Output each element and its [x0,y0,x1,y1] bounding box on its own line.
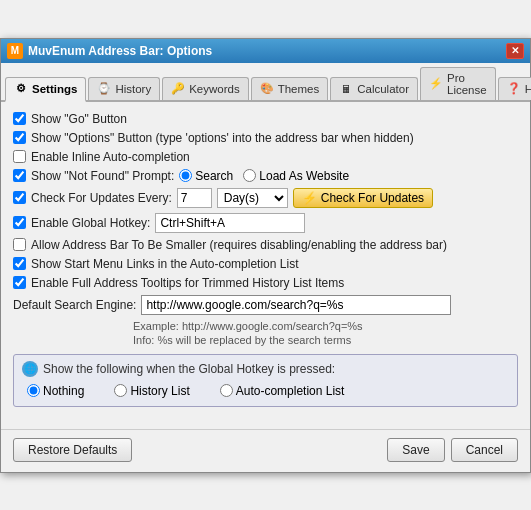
search-engine-info: Info: %s will be replaced by the search … [133,334,518,346]
show-options-row: Show "Options" Button (type 'options' in… [13,131,518,145]
search-engine-input[interactable] [141,295,451,315]
check-updates-row: Check For Updates Every: Day(s) Hour(s) … [13,188,518,208]
history-list-radio[interactable] [114,384,127,397]
enable-tooltips-label: Enable Full Address Tooltips for Trimmed… [31,276,344,290]
show-notfound-label: Show "Not Found" Prompt: [31,169,174,183]
tab-pro-license[interactable]: ⚡ Pro License [420,67,496,100]
search-engine-example: Example: http://www.google.com/search?q=… [133,320,518,332]
settings-tab-label: Settings [32,83,77,95]
load-as-website-radio[interactable] [243,169,256,182]
search-engine-row: Default Search Engine: [13,295,518,315]
allow-smaller-checkbox[interactable] [13,238,26,251]
tab-settings[interactable]: ⚙ Settings [5,77,86,102]
enable-inline-label: Enable Inline Auto-completion [31,150,190,164]
help-tab-label: Help [525,83,531,95]
save-button[interactable]: Save [387,438,444,462]
options-window: M MuvEnum Address Bar: Options ✕ ⚙ Setti… [0,38,531,473]
show-options-label: Show "Options" Button (type 'options' in… [31,131,414,145]
title-bar-left: M MuvEnum Address Bar: Options [7,43,212,59]
check-updates-label: Check For Updates Every: [31,191,172,205]
lightning-icon: ⚡ [302,191,317,205]
hotkey-group-title: 🌐 Show the following when the Global Hot… [22,361,509,377]
restore-defaults-button[interactable]: Restore Defaults [13,438,132,462]
check-updates-button-label: Check For Updates [321,191,424,205]
enable-hotkey-label: Enable Global Hotkey: [31,216,150,230]
help-tab-icon: ❓ [507,82,521,96]
search-radio-item: Search [179,169,233,183]
hotkey-radio-row: Nothing History List Auto-completion Lis… [22,384,509,398]
pro-license-tab-icon: ⚡ [429,77,443,91]
pro-license-tab-label: Pro License [447,72,487,96]
history-list-radio-label: History List [130,384,189,398]
search-radio[interactable] [179,169,192,182]
settings-content: Show "Go" Button Show "Options" Button (… [1,102,530,425]
settings-tab-icon: ⚙ [14,82,28,96]
hotkey-group-box: 🌐 Show the following when the Global Hot… [13,354,518,407]
themes-tab-label: Themes [278,83,320,95]
keywords-tab-icon: 🔑 [171,82,185,96]
enable-hotkey-row: Enable Global Hotkey: [13,213,518,233]
tab-keywords[interactable]: 🔑 Keywords [162,77,249,100]
tab-history[interactable]: ⌚ History [88,77,160,100]
show-options-checkbox[interactable] [13,131,26,144]
footer-right-buttons: Save Cancel [387,438,518,462]
hotkey-group-icon: 🌐 [22,361,38,377]
hotkey-input[interactable] [155,213,305,233]
show-go-label: Show "Go" Button [31,112,127,126]
allow-smaller-label: Allow Address Bar To Be Smaller (require… [31,238,447,252]
themes-tab-icon: 🎨 [260,82,274,96]
nothing-radio-label: Nothing [43,384,84,398]
update-interval-input[interactable] [177,188,212,208]
nothing-radio[interactable] [27,384,40,397]
title-bar: M MuvEnum Address Bar: Options ✕ [1,39,530,63]
show-notfound-row: Show "Not Found" Prompt: Search Load As … [13,169,518,183]
nothing-radio-item: Nothing [27,384,84,398]
close-button[interactable]: ✕ [506,43,524,59]
allow-smaller-row: Allow Address Bar To Be Smaller (require… [13,238,518,252]
history-list-radio-item: History List [114,384,189,398]
enable-inline-checkbox[interactable] [13,150,26,163]
show-start-menu-checkbox[interactable] [13,257,26,270]
check-updates-button[interactable]: ⚡ Check For Updates [293,188,433,208]
load-as-website-radio-item: Load As Website [243,169,349,183]
show-go-row: Show "Go" Button [13,112,518,126]
autocompletion-list-radio-label: Auto-completion List [236,384,345,398]
history-tab-icon: ⌚ [97,82,111,96]
cancel-button[interactable]: Cancel [451,438,518,462]
show-start-menu-label: Show Start Menu Links in the Auto-comple… [31,257,298,271]
update-interval-select[interactable]: Day(s) Hour(s) Week(s) [217,188,288,208]
autocompletion-list-radio-item: Auto-completion List [220,384,345,398]
notfound-radio-group: Search Load As Website [179,169,349,183]
show-start-menu-row: Show Start Menu Links in the Auto-comple… [13,257,518,271]
tab-themes[interactable]: 🎨 Themes [251,77,329,100]
calculator-tab-label: Calculator [357,83,409,95]
window-title: MuvEnum Address Bar: Options [28,44,212,58]
autocompletion-list-radio[interactable] [220,384,233,397]
footer: Restore Defaults Save Cancel [1,429,530,472]
enable-tooltips-row: Enable Full Address Tooltips for Trimmed… [13,276,518,290]
show-go-checkbox[interactable] [13,112,26,125]
tab-bar: ⚙ Settings ⌚ History 🔑 Keywords 🎨 Themes… [1,63,530,102]
check-updates-checkbox[interactable] [13,191,26,204]
calculator-tab-icon: 🖩 [339,82,353,96]
tab-calculator[interactable]: 🖩 Calculator [330,77,418,100]
search-radio-label: Search [195,169,233,183]
load-as-website-radio-label: Load As Website [259,169,349,183]
history-tab-label: History [115,83,151,95]
tab-help[interactable]: ❓ Help [498,77,531,100]
enable-hotkey-checkbox[interactable] [13,216,26,229]
keywords-tab-label: Keywords [189,83,240,95]
enable-tooltips-checkbox[interactable] [13,276,26,289]
enable-inline-row: Enable Inline Auto-completion [13,150,518,164]
search-engine-label: Default Search Engine: [13,298,136,312]
show-notfound-checkbox[interactable] [13,169,26,182]
app-icon: M [7,43,23,59]
hotkey-group-label: Show the following when the Global Hotke… [43,362,335,376]
